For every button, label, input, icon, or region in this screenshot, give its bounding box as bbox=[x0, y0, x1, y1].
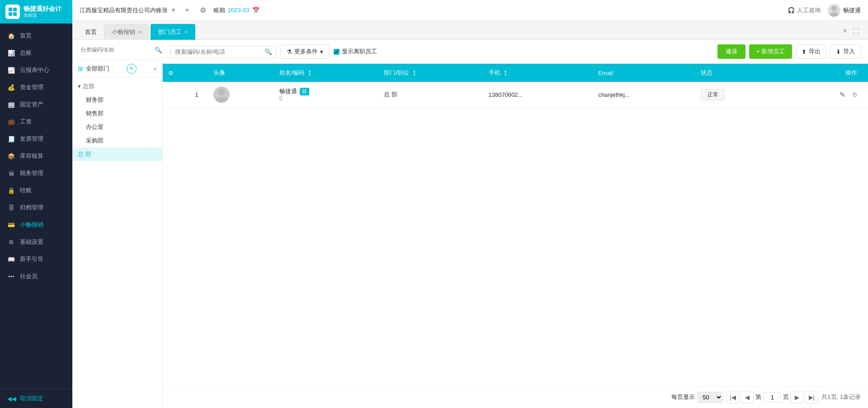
sidebar-item-settings-label: 基础设置 bbox=[20, 238, 43, 246]
dept-search-input[interactable] bbox=[77, 44, 152, 55]
add-tab-button[interactable]: ＋ bbox=[182, 4, 193, 17]
show-resigned-label: 显示离职员工 bbox=[342, 47, 377, 56]
main-area: 江西服宝精品有限责任公司内账张 ▼ ＋ ⚙ 账期 2023-03 📅 🎧 人工咨… bbox=[72, 0, 868, 408]
guide-icon: 📖 bbox=[7, 255, 15, 263]
sidebar-item-guide[interactable]: 📖 新手引导 bbox=[0, 251, 72, 268]
sort-dept-icon: ▲▼ bbox=[412, 70, 416, 77]
sidebar-item-reports[interactable]: 📈 云报表中心 bbox=[0, 62, 72, 79]
dept-node-office[interactable]: 办公室 bbox=[72, 120, 162, 134]
settings-icon: ⚙ bbox=[7, 238, 15, 246]
dept-node-sales[interactable]: 销售部 bbox=[72, 107, 162, 120]
settings-button[interactable]: ⚙ bbox=[198, 4, 208, 16]
employee-search-input[interactable] bbox=[170, 46, 261, 58]
sidebar-item-expense[interactable]: 💳 小畅报销 bbox=[0, 216, 72, 233]
sidebar-item-tax[interactable]: 🏛 税务管理 bbox=[0, 165, 72, 182]
employee-search-button[interactable]: 🔍 bbox=[261, 46, 276, 58]
table-header-phone[interactable]: 手机 ▲▼ bbox=[483, 64, 593, 82]
last-page-button[interactable]: ▶| bbox=[805, 391, 818, 403]
expand-button[interactable]: ⛶ bbox=[851, 26, 861, 37]
sidebar-item-archive[interactable]: 🗄 归档管理 bbox=[0, 199, 72, 216]
sidebar-item-invoice[interactable]: 🧾 发票管理 bbox=[0, 130, 72, 147]
close-all-tabs-button[interactable]: × bbox=[840, 24, 849, 38]
show-resigned-input[interactable] bbox=[334, 49, 340, 55]
employee-table: ⚙ 头像 姓名/编码 ▲▼ 部门/职位 ▲▼ bbox=[163, 64, 868, 108]
username: 畅捷通 bbox=[843, 6, 861, 14]
invite-button[interactable]: 邀请 bbox=[717, 44, 745, 59]
tab-home-label: 首页 bbox=[85, 28, 97, 36]
table-header-dept[interactable]: 部门/职位 ▲▼ bbox=[378, 64, 483, 82]
page-unit: 页 bbox=[783, 393, 789, 401]
dept-node-general[interactable]: ▾ 总部 bbox=[72, 80, 162, 93]
period-value: 2023-03 bbox=[228, 7, 250, 14]
employee-toolbar: 🔍 ⚗ 更多条件 ▾ 显示离职员工 邀请 + 新增员工 ⬆ 导出 bbox=[163, 40, 868, 64]
page-size-select[interactable]: 20 50 100 bbox=[698, 392, 723, 403]
dept-node-general2[interactable]: 总 部 bbox=[72, 147, 162, 161]
export-icon: ⬆ bbox=[802, 48, 807, 55]
table-header-name[interactable]: 姓名/编码 ▲▼ bbox=[274, 64, 378, 82]
prev-page-button[interactable]: ◀ bbox=[741, 391, 754, 403]
sidebar-item-ledger[interactable]: 📊 总账 bbox=[0, 44, 72, 62]
employee-avatar bbox=[213, 86, 230, 103]
dept-node-finance[interactable]: 财务部 bbox=[72, 93, 162, 107]
dept-collapse-button[interactable]: « bbox=[153, 65, 157, 72]
sidebar-item-expense-label: 小畅报销 bbox=[20, 221, 43, 229]
add-employee-button[interactable]: + 新增员工 bbox=[749, 44, 792, 59]
sidebar-item-home-label: 首页 bbox=[20, 32, 32, 40]
sidebar-logo[interactable]: 畅捷通好会计 旗舰版 bbox=[0, 0, 72, 24]
dept-search-icon[interactable]: 🔍 bbox=[155, 47, 162, 53]
ledger-icon: 📊 bbox=[7, 49, 15, 57]
pin-icon: ◀◀ bbox=[7, 395, 16, 402]
user-menu[interactable]: 畅捷通 bbox=[828, 4, 861, 17]
row-name-code: 畅捷通 部 0 bbox=[274, 82, 378, 108]
sidebar-item-funds[interactable]: 💰 资金管理 bbox=[0, 79, 72, 96]
tax-icon: 🏛 bbox=[7, 169, 15, 177]
show-resigned-checkbox[interactable]: 显示离职员工 bbox=[334, 47, 377, 56]
content-area: 🔍 ⊞ 全部部门 ✎ « ▾ 总部 财务部 销售部 办公室 采购部 总 部 bbox=[72, 40, 868, 408]
sidebar-item-assets-label: 固定资产 bbox=[20, 100, 43, 109]
sidebar-item-settings[interactable]: ⚙ 基础设置 bbox=[0, 233, 72, 251]
table-header-email: Email bbox=[593, 64, 695, 82]
sidebar-pin-label: 取消固定 bbox=[20, 394, 43, 403]
dept-node-purchase[interactable]: 采购部 bbox=[72, 134, 162, 147]
expense-icon: 💳 bbox=[7, 221, 15, 229]
sidebar-item-salary[interactable]: 💼 工资 bbox=[0, 113, 72, 130]
filter-icon: ⚗ bbox=[287, 48, 292, 55]
tab-dept-emp-label: 部门员工 bbox=[158, 28, 182, 36]
sidebar-item-more[interactable]: ••• 社会员 bbox=[0, 268, 72, 285]
svg-point-6 bbox=[218, 88, 225, 95]
first-page-button[interactable]: |◀ bbox=[726, 391, 739, 403]
funds-icon: 💰 bbox=[7, 83, 15, 91]
more-icon: ••• bbox=[7, 272, 15, 280]
filter-button[interactable]: ⚗ 更多条件 ▾ bbox=[281, 44, 329, 59]
dept-search-bar: 🔍 bbox=[72, 40, 162, 60]
next-page-button[interactable]: ▶ bbox=[791, 391, 803, 403]
row-status: 正常 bbox=[695, 82, 781, 108]
page-input-group: 第 页 bbox=[755, 392, 789, 403]
dept-edit-button[interactable]: ✎ bbox=[127, 64, 137, 74]
app-edition: 旗舰版 bbox=[24, 12, 61, 19]
sidebar-item-assets[interactable]: 🏢 固定资产 bbox=[0, 96, 72, 113]
sidebar-pin-button[interactable]: ◀◀ 取消固定 bbox=[0, 389, 72, 408]
sidebar-item-home[interactable]: 🏠 首页 bbox=[0, 27, 72, 44]
logout-employee-button[interactable]: ⎋ bbox=[851, 90, 859, 100]
tab-expense[interactable]: 小畅报销 × bbox=[104, 24, 149, 40]
import-button[interactable]: ⬇ 导入 bbox=[830, 44, 861, 59]
tab-home[interactable]: 首页 bbox=[80, 24, 102, 40]
sidebar-item-inventory[interactable]: 📦 库存核算 bbox=[0, 147, 72, 165]
page-number-input[interactable] bbox=[763, 392, 781, 403]
period-label: 账期 bbox=[213, 6, 225, 14]
edit-employee-button[interactable]: ✎ bbox=[838, 90, 847, 100]
tab-dept-emp-close[interactable]: × bbox=[184, 29, 188, 35]
tab-expense-close[interactable]: × bbox=[138, 29, 141, 35]
sidebar-item-close[interactable]: 🔒 结账 bbox=[0, 182, 72, 199]
period-selector[interactable]: 账期 2023-03 📅 bbox=[213, 6, 259, 14]
sort-phone-icon: ▲▼ bbox=[504, 70, 507, 77]
sidebar-item-reports-label: 云报表中心 bbox=[20, 66, 49, 74]
export-button[interactable]: ⬆ 导出 bbox=[796, 44, 826, 59]
table-header-gear[interactable]: ⚙ bbox=[163, 64, 185, 82]
service-button[interactable]: 🎧 人工咨询 bbox=[788, 6, 821, 14]
company-selector[interactable]: 江西服宝精品有限责任公司内账张 ▼ bbox=[80, 6, 176, 14]
tab-dept-emp[interactable]: 部门员工 × bbox=[151, 24, 195, 40]
company-name: 江西服宝精品有限责任公司内账张 bbox=[80, 6, 168, 14]
sidebar-item-more-label: 社会员 bbox=[20, 272, 38, 280]
